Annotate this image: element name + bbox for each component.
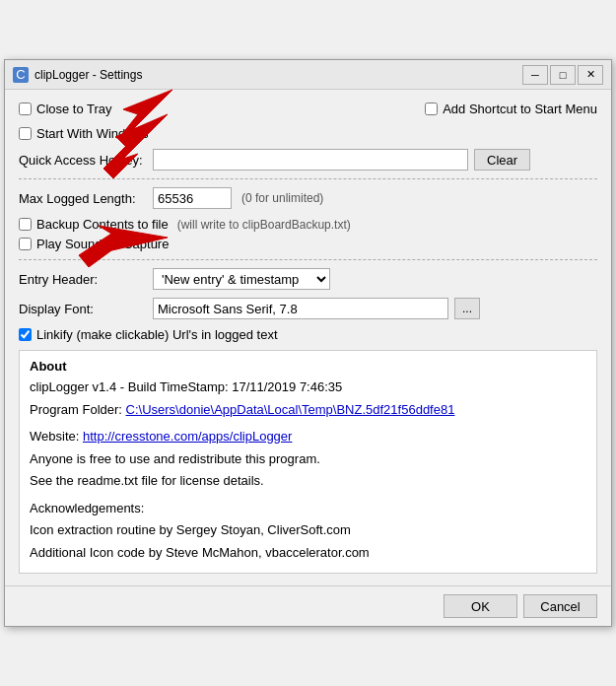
minimize-button[interactable]: ─ xyxy=(522,65,548,85)
close-to-tray-checkbox[interactable] xyxy=(19,103,32,115)
bottom-bar: OK Cancel xyxy=(5,585,611,626)
cancel-button[interactable]: Cancel xyxy=(523,594,597,618)
start-with-windows-checkbox[interactable] xyxy=(19,127,32,140)
about-ack1: Icon extraction routine by Sergey Stoyan… xyxy=(30,520,586,540)
play-sound-row: Play Sound on Capture xyxy=(19,237,597,251)
main-content: Close to Tray Add Shortcut to Start Menu… xyxy=(5,90,611,585)
display-font-input[interactable] xyxy=(153,298,448,319)
max-length-row: Max Logged Length: (0 for unlimited) xyxy=(19,187,597,209)
program-folder-label: Program Folder: xyxy=(30,402,126,417)
title-bar-left: C clipLogger - Settings xyxy=(13,67,142,83)
about-section: About clipLogger v1.4 - Build TimeStamp:… xyxy=(19,350,597,574)
max-length-hint: (0 for unlimited) xyxy=(241,191,323,205)
backup-hint: (will write to clipBoardBackup.txt) xyxy=(177,218,351,232)
display-font-label: Display Font: xyxy=(19,302,147,316)
row-1: Close to Tray Add Shortcut to Start Menu xyxy=(19,102,597,121)
hotkey-input[interactable] xyxy=(153,149,468,171)
maximize-button[interactable]: □ xyxy=(550,65,576,85)
max-length-input[interactable] xyxy=(153,187,232,209)
add-shortcut-label: Add Shortcut to Start Menu xyxy=(443,102,597,116)
close-button[interactable]: ✕ xyxy=(578,65,603,85)
start-with-windows-row: Start With Windows xyxy=(19,126,597,141)
max-length-label: Max Logged Length: xyxy=(19,191,147,206)
entry-header-select[interactable]: 'New entry' & timestamp xyxy=(153,268,330,290)
divider-2 xyxy=(19,259,597,260)
linkify-row: Linkify (make clickable) Url's in logged… xyxy=(19,327,597,342)
website-label: Website: xyxy=(30,429,83,444)
close-to-tray-row: Close to Tray xyxy=(19,102,112,116)
divider-1 xyxy=(19,178,597,179)
title-buttons: ─ □ ✕ xyxy=(522,65,603,85)
about-title: About xyxy=(30,359,586,374)
clear-button[interactable]: Clear xyxy=(474,149,530,171)
about-website-row: Website: http://cresstone.com/apps/clipL… xyxy=(30,427,586,446)
app-icon: C xyxy=(13,67,29,83)
hotkey-row: Quick Access Hotkey: Clear xyxy=(19,149,597,171)
display-font-row: Display Font: ... xyxy=(19,298,597,319)
about-version: clipLogger v1.4 - Build TimeStamp: 17/11… xyxy=(30,377,586,397)
title-bar: C clipLogger - Settings ─ □ ✕ xyxy=(5,60,611,90)
about-line1: Anyone is free to use and redistribute t… xyxy=(30,449,586,469)
ok-button[interactable]: OK xyxy=(444,594,517,618)
backup-contents-checkbox[interactable] xyxy=(19,218,32,231)
settings-window: C clipLogger - Settings ─ □ ✕ Close to T… xyxy=(4,59,612,627)
website-url[interactable]: http://cresstone.com/apps/clipLogger xyxy=(83,429,292,444)
about-line2: See the readme.txt file for license deta… xyxy=(30,471,586,491)
play-sound-label: Play Sound on Capture xyxy=(36,237,169,251)
entry-header-label: Entry Header: xyxy=(19,272,147,287)
about-ack-title: Acknowledgements: xyxy=(30,499,586,518)
linkify-checkbox[interactable] xyxy=(19,328,32,341)
add-shortcut-row: Add Shortcut to Start Menu xyxy=(425,102,597,116)
backup-contents-row: Backup Contents to file (will write to c… xyxy=(19,217,597,232)
start-with-windows-label: Start With Windows xyxy=(36,126,148,141)
about-ack2: Additional Icon code by Steve McMahon, v… xyxy=(30,543,586,563)
about-program-folder: Program Folder: C:\Users\donie\AppData\L… xyxy=(30,400,586,420)
close-to-tray-label: Close to Tray xyxy=(36,102,112,116)
window-title: clipLogger - Settings xyxy=(34,68,142,82)
play-sound-checkbox[interactable] xyxy=(19,238,32,250)
hotkey-label: Quick Access Hotkey: xyxy=(19,153,147,168)
backup-contents-label: Backup Contents to file xyxy=(36,217,169,232)
entry-header-row: Entry Header: 'New entry' & timestamp xyxy=(19,268,597,290)
add-shortcut-checkbox[interactable] xyxy=(425,103,438,115)
linkify-label: Linkify (make clickable) Url's in logged… xyxy=(36,327,278,342)
font-browse-button[interactable]: ... xyxy=(454,298,480,319)
program-folder-path[interactable]: C:\Users\donie\AppData\Local\Temp\BNZ.5d… xyxy=(126,402,455,417)
